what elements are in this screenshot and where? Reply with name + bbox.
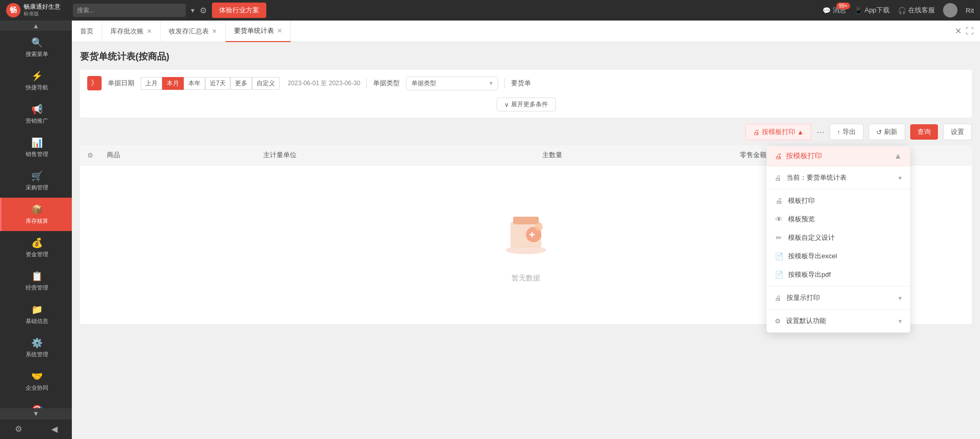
settings-button[interactable]: 设置 (943, 124, 972, 140)
display-print-arrow: ▾ (898, 294, 902, 302)
sidebar-item-shortcut[interactable]: ⚡ 快捷导航 (0, 64, 72, 98)
expand-more-button[interactable]: ∨ 展开更多条件 (497, 98, 556, 111)
sidebar-collapse-icon[interactable]: ◀ (51, 424, 57, 434)
tabs-bar: 首页 库存批次账 ✕ 收发存汇总表 ✕ 要货单统计表 ✕ ✕ ⛶ (72, 21, 980, 42)
dropdown-current-section: 🖨 当前：要货单统计表 ▾ (767, 166, 910, 189)
top-bar: 畅 畅康通好生意 标准版 搜索... ▾ ⚙ 体验行业方案 💬 消息 99+ 📱… (0, 0, 980, 21)
date-btn-more[interactable]: 更多 (230, 77, 252, 90)
shortcut-icon: ⚡ (31, 70, 43, 82)
top-bar-right: 💬 消息 99+ 📱 App下载 🎧 在线客服 Rit (822, 3, 974, 17)
app-title: 畅康通好生意 (24, 3, 61, 10)
date-btn-this-month[interactable]: 本月 (162, 77, 184, 90)
sidebar-item-inventory[interactable]: 📦 库存核算 (0, 198, 72, 231)
sidebar-item-purchase[interactable]: 🛒 采购管理 (0, 164, 72, 198)
dropdown-title: 🖨 按模板打印 (775, 151, 822, 161)
tab-collection[interactable]: 收发存汇总表 ✕ (161, 21, 226, 42)
col-settings[interactable]: ⚙ (80, 145, 101, 165)
sidebar-scroll-up[interactable]: ▲ (0, 21, 72, 31)
sidebar-bottom: ⚙ ◀ (0, 418, 72, 439)
user-avatar (943, 3, 957, 17)
app-download-button[interactable]: 📱 App下载 (854, 6, 890, 15)
sidebar-item-system[interactable]: ⚙️ 系统管理 (0, 331, 72, 365)
column-settings-icon[interactable]: ⚙ (87, 151, 93, 159)
export-button[interactable]: ↑ 导出 (830, 124, 864, 140)
dropdown-template-print[interactable]: 🖨 模板打印 (767, 192, 910, 210)
online-service-button[interactable]: 🎧 在线客服 (898, 6, 935, 15)
svg-rect-2 (513, 217, 539, 224)
dropdown-close-icon[interactable]: ▲ (894, 151, 902, 161)
date-btn-last-month[interactable]: 上月 (141, 77, 162, 90)
sidebar-item-operation[interactable]: 📋 经营管理 (0, 264, 72, 298)
page-content: 要货单统计表(按商品) 》 单据日期 上月 本月 本年 近7天 更多 自定义 2… (72, 42, 980, 439)
dropdown-actions-section: 🖨 模板打印 👁 模板预览 ✏ 模板自定义设计 📄 (767, 189, 910, 287)
sidebar-item-search[interactable]: 🔍 搜索菜单 (0, 31, 72, 64)
print-dropdown-arrow: ▲ (797, 128, 804, 136)
svg-point-4 (535, 223, 543, 231)
date-options: 上月 本月 本年 近7天 更多 自定义 (141, 77, 280, 90)
operation-icon: 📋 (31, 271, 43, 282)
current-template-icon: 🖨 (775, 174, 781, 182)
top-settings-icon[interactable]: ⚙ (200, 6, 207, 15)
tab-home[interactable]: 首页 (72, 21, 102, 42)
dropdown-header: 🖨 按模板打印 ▲ (767, 146, 910, 166)
more-actions-icon[interactable]: ··· (816, 127, 824, 138)
sidebar-item-guide[interactable]: 🎯 新手引导 (0, 398, 72, 408)
dropdown-template-pdf[interactable]: 📄 按模板导出pdf (767, 265, 910, 284)
tab-requisition-close[interactable]: ✕ (277, 27, 282, 34)
dropdown-display-print-section: 🖨 按显示打印 ▾ (767, 287, 910, 310)
refresh-button[interactable]: ↺ 刷新 (869, 124, 905, 140)
guide-icon: 🎯 (31, 404, 43, 408)
filter-expand-button[interactable]: 》 (87, 76, 102, 90)
doc-type-dropdown-icon: ▾ (489, 80, 493, 87)
trial-button[interactable]: 体验行业方案 (212, 3, 266, 18)
dropdown-display-print[interactable]: 🖨 按显示打印 ▾ (767, 289, 910, 307)
top-search-bar: 搜索... (73, 4, 186, 17)
tab-expand-icon[interactable]: ⛶ (966, 27, 974, 36)
date-btn-this-year[interactable]: 本年 (184, 77, 205, 90)
dropdown-template-excel[interactable]: 📄 按模板导出excel (767, 247, 910, 265)
finance-icon: 💰 (31, 237, 43, 249)
query-button[interactable]: 查询 (910, 124, 938, 140)
sidebar-scroll-down[interactable]: ▼ (0, 408, 72, 418)
dropdown-template-preview[interactable]: 👁 模板预览 (767, 210, 910, 228)
sidebar-item-finance[interactable]: 💰 资金管理 (0, 231, 72, 264)
sidebar-item-cooperation[interactable]: 🤝 企业协同 (0, 365, 72, 398)
messages-badge: 99+ (836, 3, 850, 9)
sidebar-item-marketing[interactable]: 📢 营销推广 (0, 98, 72, 131)
dropdown-default-func-section: ⚙ 设置默认功能 ▾ (767, 310, 910, 333)
marketing-icon: 📢 (31, 104, 43, 115)
dropdown-template-design[interactable]: ✏ 模板自定义设计 (767, 228, 910, 247)
main-layout: ▲ 🔍 搜索菜单 ⚡ 快捷导航 📢 营销推广 📊 销售管理 🛒 采购管理 (0, 21, 980, 439)
logo-text: 畅康通好生意 标准版 (24, 3, 61, 17)
user-avatar-button[interactable] (943, 3, 957, 17)
sidebar: ▲ 🔍 搜索菜单 ⚡ 快捷导航 📢 营销推广 📊 销售管理 🛒 采购管理 (0, 21, 72, 439)
requisition-label: 要货单 (511, 79, 531, 88)
toolbar: 🖨 按模板打印 ▲ ··· ↑ 导出 ↺ 刷新 查询 设置 (80, 124, 972, 140)
sales-icon: 📊 (31, 137, 43, 148)
filter-row: 》 单据日期 上月 本月 本年 近7天 更多 自定义 2023-06-01 至 … (87, 76, 965, 90)
dropdown-default-func[interactable]: ⚙ 设置默认功能 ▾ (767, 312, 910, 330)
sidebar-item-basic[interactable]: 📁 基础信息 (0, 298, 72, 331)
sidebar-item-sales[interactable]: 📊 销售管理 (0, 131, 72, 164)
doc-type-select[interactable]: 单据类型 ▾ (406, 77, 498, 90)
messages-button[interactable]: 💬 消息 99+ (822, 6, 846, 15)
tab-batch[interactable]: 库存批次账 ✕ (102, 21, 161, 42)
sidebar-settings-icon[interactable]: ⚙ (15, 424, 22, 434)
display-print-icon: 🖨 (775, 294, 781, 302)
empty-icon (495, 206, 557, 268)
search-dropdown-icon[interactable]: ▾ (191, 6, 194, 14)
print-button[interactable]: 🖨 按模板打印 ▲ (746, 124, 812, 140)
date-btn-custom[interactable]: 自定义 (252, 77, 280, 90)
current-template-arrow: ▾ (898, 174, 902, 182)
download-icon: 📱 (854, 7, 863, 14)
logo-icon: 畅 (6, 3, 21, 17)
tab-requisition[interactable]: 要货单统计表 ✕ (226, 21, 291, 42)
col-product: 商品 (101, 145, 257, 165)
filter-separator-2 (504, 78, 505, 88)
template-excel-icon: 📄 (775, 252, 783, 260)
tab-close-all-icon[interactable]: ✕ (955, 26, 962, 36)
tab-batch-close[interactable]: ✕ (147, 28, 152, 35)
dropdown-current-item[interactable]: 🖨 当前：要货单统计表 ▾ (767, 168, 910, 187)
tab-collection-close[interactable]: ✕ (212, 28, 217, 35)
date-btn-7days[interactable]: 近7天 (205, 77, 230, 90)
